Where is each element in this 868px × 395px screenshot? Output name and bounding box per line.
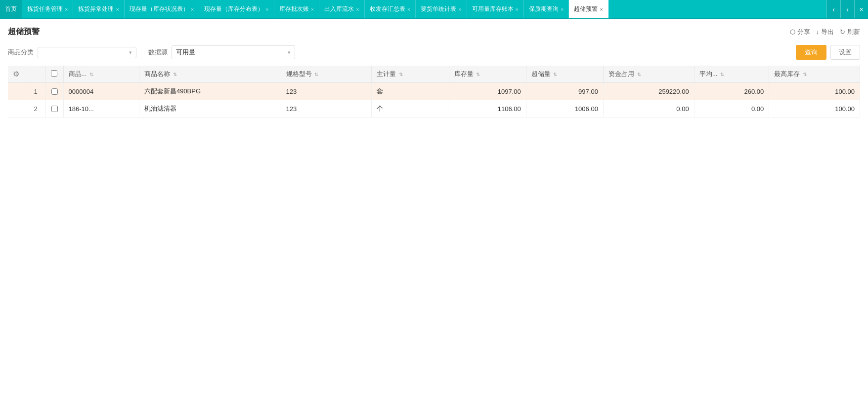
close-icon[interactable]: × (356, 6, 359, 12)
col-avg[interactable]: 平均... ⇅ (694, 66, 769, 83)
close-icon[interactable]: × (116, 6, 119, 12)
tab-flow[interactable]: 出入库流水 × (319, 0, 364, 18)
tab-order-stat-label: 要货单统计表 (421, 5, 456, 13)
chevron-down-icon: ▾ (288, 49, 291, 56)
export-button[interactable]: ↓ 导出 (816, 28, 834, 37)
close-icon[interactable]: × (516, 6, 519, 12)
page-title: 超储预警 (8, 27, 40, 37)
row-checkbox[interactable] (51, 106, 58, 112)
col-checkbox (45, 66, 63, 83)
row-spec: 123 (281, 83, 372, 100)
tab-quality[interactable]: 保质期查询 × (524, 0, 569, 18)
close-icon[interactable]: × (561, 6, 564, 12)
close-icon[interactable]: × (265, 6, 268, 12)
query-button[interactable]: 查询 (796, 45, 826, 60)
col-product-code-label: 商品... (69, 70, 87, 78)
row-checkbox[interactable] (51, 88, 58, 95)
table-body: 1 0000004 六配套新昌490BPG 123 套 1097.00 997.… (8, 83, 860, 118)
tab-order-stat[interactable]: 要货单统计表 × (416, 0, 467, 18)
nav-next-button[interactable]: › (840, 0, 854, 19)
tab-collect-label: 收发存汇总表 (370, 5, 405, 13)
close-icon[interactable]: × (458, 6, 461, 12)
col-max-stock-label: 最高库存 (774, 70, 800, 78)
sort-arrows-icon: ⇅ (476, 72, 480, 77)
page-header: 超储预警 ⬡ 分享 ↓ 导出 ↻ 刷新 (8, 27, 860, 37)
select-all-checkbox[interactable] (51, 70, 57, 77)
tab-home[interactable]: 首页 (0, 0, 22, 18)
col-stock-label: 库存量 (454, 70, 474, 78)
tab-task-mgmt[interactable]: 拣货任务管理 × (22, 0, 73, 18)
top-nav: 首页 拣货任务管理 × 拣货异常处理 × 现存量（库存状况表） × 现存量（库存… (0, 0, 868, 19)
settings-button[interactable]: 设置 (830, 45, 860, 60)
tab-avail-ledger[interactable]: 可用量库存账本 × (467, 0, 524, 18)
tab-batch[interactable]: 库存批次账 × (274, 0, 319, 18)
col-spec[interactable]: 规格型号 ⇅ (281, 66, 372, 83)
row-settings (8, 83, 26, 100)
sort-arrows-icon: ⇅ (314, 72, 318, 77)
col-max-stock[interactable]: 最高库存 ⇅ (769, 66, 860, 83)
row-product-code: 0000004 (63, 83, 139, 100)
tab-exception[interactable]: 拣货异常处理 × (73, 0, 124, 18)
row-product-name: 六配套新昌490BPG (139, 83, 281, 100)
row-max-stock: 100.00 (769, 100, 860, 118)
tab-avail-ledger-label: 可用量库存账本 (472, 5, 514, 13)
tab-exception-label: 拣货异常处理 (78, 5, 114, 13)
close-icon[interactable]: × (311, 6, 314, 12)
row-stock: 1106.00 (449, 100, 526, 118)
refresh-icon: ↻ (840, 28, 845, 36)
col-capital-label: 资金占用 (608, 70, 634, 78)
tab-inventory-dist-label: 现存量（库存分布表） (204, 5, 263, 13)
col-unit-label: 主计量 (377, 70, 396, 78)
sort-arrows-icon: ⇅ (89, 72, 93, 77)
category-select[interactable]: ▾ (38, 47, 136, 58)
refresh-label: 刷新 (847, 28, 860, 37)
col-unit[interactable]: 主计量 ⇅ (372, 66, 449, 83)
col-index (26, 66, 45, 83)
row-avg: 260.00 (694, 83, 769, 100)
row-index: 2 (26, 100, 45, 118)
col-stock[interactable]: 库存量 ⇅ (449, 66, 526, 83)
filter-actions: 查询 设置 (796, 45, 860, 60)
refresh-button[interactable]: ↻ 刷新 (840, 28, 860, 37)
col-capital[interactable]: 资金占用 ⇅ (603, 66, 694, 83)
sort-arrows-icon: ⇅ (803, 72, 807, 77)
col-overstock-label: 超储量 (531, 70, 551, 78)
data-table: ⚙ 商品... ⇅ 商品名称 ⇅ 规格型号 ⇅ (8, 66, 860, 118)
export-label: 导出 (821, 28, 834, 37)
close-icon[interactable]: × (65, 6, 68, 12)
gear-icon[interactable]: ⚙ (13, 70, 19, 78)
header-actions: ⬡ 分享 ↓ 导出 ↻ 刷新 (790, 28, 861, 37)
col-settings: ⚙ (8, 66, 26, 83)
datasource-select[interactable]: 可用量 ▾ (172, 45, 295, 59)
nav-prev-button[interactable]: ‹ (826, 0, 840, 19)
export-icon: ↓ (816, 28, 820, 36)
nav-close-button[interactable]: × (854, 0, 868, 19)
datasource-filter: 数据源 可用量 ▾ (148, 45, 295, 59)
tab-inventory-status[interactable]: 现存量（库存状况表） × (125, 0, 199, 18)
col-product-code[interactable]: 商品... ⇅ (63, 66, 139, 83)
row-capital: 259220.00 (603, 83, 694, 100)
table-row: 1 0000004 六配套新昌490BPG 123 套 1097.00 997.… (8, 83, 860, 100)
row-product-code: 186-10... (63, 100, 139, 118)
tab-inventory-dist[interactable]: 现存量（库存分布表） × (199, 0, 274, 18)
close-icon[interactable]: × (191, 6, 194, 12)
row-index: 1 (26, 83, 45, 100)
row-stock: 1097.00 (449, 83, 526, 100)
nav-arrows: ‹ › × (826, 0, 868, 19)
share-label: 分享 (797, 28, 810, 37)
tab-overstock-label: 超储预警 (574, 5, 598, 13)
tab-task-mgmt-label: 拣货任务管理 (27, 5, 63, 13)
sort-arrows-icon: ⇅ (720, 72, 724, 77)
datasource-filter-label: 数据源 (148, 48, 168, 57)
col-overstock[interactable]: 超储量 ⇅ (526, 66, 603, 83)
col-product-name[interactable]: 商品名称 ⇅ (139, 66, 281, 83)
close-icon[interactable]: × (407, 6, 410, 12)
row-capital: 0.00 (603, 100, 694, 118)
close-icon[interactable]: × (600, 6, 603, 12)
tab-collect[interactable]: 收发存汇总表 × (365, 0, 416, 18)
row-checkbox-cell (45, 100, 63, 118)
tab-overstock[interactable]: 超储预警 × (569, 0, 608, 18)
share-button[interactable]: ⬡ 分享 (790, 28, 810, 37)
row-overstock: 1006.00 (526, 100, 603, 118)
row-unit: 个 (372, 100, 449, 118)
